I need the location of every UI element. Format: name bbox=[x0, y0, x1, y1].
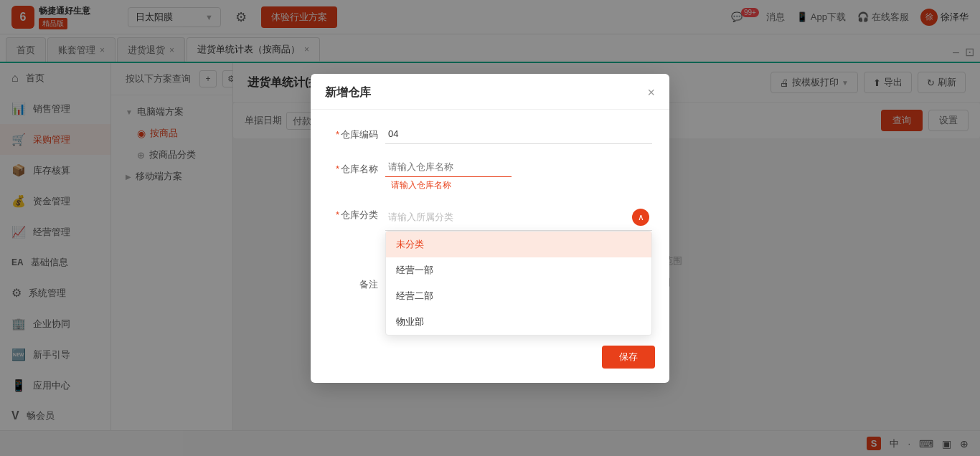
category-dropdown[interactable]: 请输入所属分类 ∧ bbox=[385, 204, 652, 231]
modal-header: 新增仓库 × bbox=[311, 74, 669, 110]
name-error-msg: 请输入仓库名称 bbox=[391, 179, 451, 191]
modal-overlay: 新增仓库 × *仓库编码 *仓库名称 bbox=[0, 0, 980, 456]
category-placeholder: 请输入所属分类 bbox=[388, 211, 453, 224]
dropdown-item-property[interactable]: 物业部 bbox=[386, 309, 651, 335]
code-input[interactable] bbox=[385, 124, 652, 144]
name-label: *仓库名称 bbox=[328, 158, 385, 176]
form-row-category: *仓库分类 请输入所属分类 ∧ 未分类 bbox=[328, 204, 652, 231]
code-label: *仓库编码 bbox=[328, 124, 385, 141]
category-label: *仓库分类 bbox=[328, 204, 385, 222]
warehouse-modal: 新增仓库 × *仓库编码 *仓库名称 bbox=[311, 74, 669, 383]
modal-title: 新增仓库 bbox=[325, 85, 371, 100]
save-button[interactable]: 保存 bbox=[602, 346, 655, 369]
dropdown-item-dept2[interactable]: 经营二部 bbox=[386, 283, 651, 309]
form-row-name: *仓库名称 请输入仓库名称 bbox=[328, 157, 652, 191]
modal-footer: 保存 bbox=[311, 337, 669, 383]
category-dropdown-list: 未分类 经营一部 经营二部 物业部 bbox=[385, 231, 652, 336]
dropdown-item-dept1[interactable]: 经营一部 bbox=[386, 257, 651, 283]
dropdown-up-icon[interactable]: ∧ bbox=[632, 209, 649, 226]
modal-body: *仓库编码 *仓库名称 请输入仓库名称 bbox=[311, 110, 669, 337]
form-row-code: *仓库编码 bbox=[328, 124, 652, 144]
dropdown-item-unclassified[interactable]: 未分类 bbox=[386, 232, 651, 257]
name-input[interactable] bbox=[385, 157, 512, 177]
modal-close-button[interactable]: × bbox=[647, 86, 655, 99]
note-label: 备注 bbox=[328, 274, 385, 291]
